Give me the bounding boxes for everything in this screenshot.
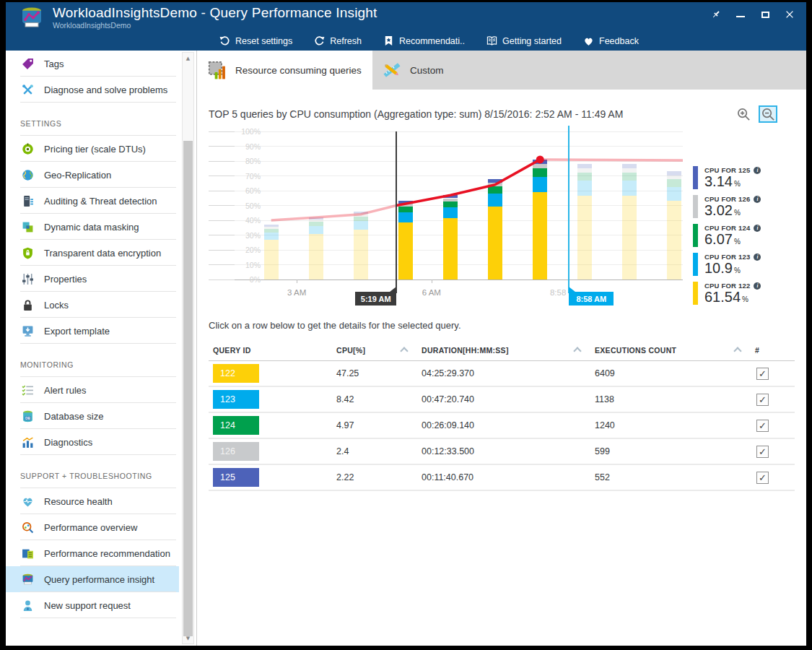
row-checkbox[interactable]: ✓ [756, 368, 769, 380]
sort-caret-icon[interactable] [400, 347, 408, 355]
duration-cell: 00:11:40.670 [417, 472, 590, 482]
column-header-label: # [755, 346, 759, 355]
sidebar-item-label: Dynamic data masking [44, 222, 139, 233]
table-hint: Click on a row below to get the details … [209, 320, 795, 331]
zoom-in-button[interactable] [734, 105, 753, 123]
sidebar-item-export-template[interactable]: Export template [6, 318, 179, 344]
sidebar-item-diagnose-and-solve-problems[interactable]: Diagnose and solve problems [6, 77, 179, 103]
bar-segment-query-123 [622, 181, 637, 196]
sidebar-item-tags[interactable]: Tags [6, 51, 179, 77]
bar-segment-query-124 [354, 217, 368, 222]
sidebar-item-pricing-tier-scale-dtus[interactable]: Pricing tier (scale DTUs) [6, 136, 179, 162]
bar-segment-query-123 [533, 177, 547, 192]
stacked-bar-5[interactable] [443, 131, 458, 280]
info-icon[interactable]: i [754, 254, 761, 261]
scroll-down-arrow-icon[interactable]: ▼ [183, 633, 193, 644]
selection-end-marker[interactable] [568, 126, 569, 293]
checkbox-cell: ✓ [751, 394, 795, 406]
sidebar-item-locks[interactable]: Locks [6, 292, 179, 318]
legend-color-bar [693, 166, 698, 189]
toolbar-item-feedback[interactable]: Feedback [583, 35, 639, 46]
column-header-duration-hh-mm-ss[interactable]: DURATION[HH:MM:SS] [417, 346, 590, 355]
sidebar-item-auditing-threat-detection[interactable]: Auditing & Threat detection [6, 188, 179, 214]
selection-start-marker[interactable] [396, 131, 397, 293]
sidebar-item-label: Performance overview [44, 522, 137, 533]
column-header-executions-count[interactable]: EXECUTIONS COUNT [590, 346, 751, 355]
query-row-124[interactable]: 1244.9700:26:09.1401240✓ [209, 413, 795, 439]
sidebar-item-database-size[interactable]: DBDatabase size [6, 403, 179, 429]
stacked-bar-9[interactable] [622, 131, 637, 280]
pin-icon[interactable] [710, 8, 722, 21]
row-checkbox[interactable]: ✓ [756, 420, 769, 432]
info-icon[interactable]: i [754, 282, 761, 290]
bar-segment-query-124 [533, 168, 547, 177]
toolbar-item-getting-started[interactable]: Getting started [486, 35, 562, 46]
sidebar-item-performance-recommendation[interactable]: Performance recommendation [6, 540, 179, 566]
sort-caret-icon[interactable] [733, 347, 741, 355]
legend-entry-cpu-for-123: CPU FOR 123i10.9% [693, 253, 795, 278]
stacked-bar-8[interactable] [577, 131, 592, 280]
query-performance-insight-app-icon [20, 6, 43, 30]
stacked-bar-3[interactable] [354, 131, 368, 280]
y-axis-label: 0% [230, 275, 261, 284]
sidebar-item-label: Query performance insight [44, 574, 154, 585]
info-icon[interactable]: i [754, 167, 761, 174]
checkbox-cell: ✓ [751, 446, 795, 458]
sidebar-item-new-support-request[interactable]: New support request [6, 592, 179, 618]
info-icon[interactable]: i [754, 225, 761, 232]
scrollbar-thumb[interactable] [183, 141, 193, 636]
sidebar-item-geo-replication[interactable]: Geo-Replication [6, 162, 179, 188]
sidebar-item-label: Alert rules [44, 385, 87, 396]
maximize-button[interactable] [759, 8, 772, 21]
toolbar-item-recommendati[interactable]: Recommendati.. [383, 35, 465, 46]
sidebar-scrollbar[interactable]: ▲ ▼ [182, 52, 194, 644]
sidebar-item-transparent-data-encryption[interactable]: Transparent data encryption [6, 240, 179, 266]
sidebar-item-dynamic-data-masking[interactable]: Dynamic data masking [6, 214, 179, 240]
sidebar-item-diagnostics[interactable]: Diagnostics [6, 429, 179, 455]
sidebar-item-resource-health[interactable]: Resource health [6, 488, 179, 514]
stacked-bar-7[interactable] [533, 131, 547, 280]
sort-caret-icon[interactable] [573, 347, 581, 355]
performance-recommendation-icon [22, 547, 34, 560]
sidebar-item-properties[interactable]: Properties [6, 266, 179, 292]
stacked-bar-1[interactable] [264, 131, 279, 280]
diagnostics-icon [22, 436, 34, 448]
scroll-up-arrow-icon[interactable]: ▲ [183, 53, 193, 64]
query-row-123[interactable]: 1238.4200:47:20.7401138✓ [209, 387, 795, 413]
query-row-126[interactable]: 1262.400:12:33.500599✓ [209, 439, 795, 465]
bar-segment-query-125 [443, 195, 458, 198]
query-row-122[interactable]: 12247.2504:25:29.3706409✓ [209, 361, 795, 387]
column-header-cpu[interactable]: CPU[%] [332, 346, 417, 355]
bar-segment-query-126 [398, 204, 413, 207]
row-checkbox[interactable]: ✓ [756, 446, 769, 458]
close-button[interactable] [783, 8, 796, 21]
y-axis-label: 40% [230, 216, 261, 225]
tab-resource-consuming-queries[interactable]: Resource consuming queries [197, 51, 372, 90]
info-icon[interactable]: i [754, 196, 761, 203]
query-id-cell: 126 [209, 442, 332, 461]
sidebar-item-performance-overview[interactable]: Performance overview [6, 514, 179, 540]
toolbar-item-reset-settings[interactable]: Reset settings [219, 35, 292, 46]
sidebar-item-label: Transparent data encryption [44, 248, 161, 259]
feedback-icon [583, 35, 594, 46]
bar-segment-query-125 [622, 164, 637, 168]
column-header-label: EXECUTIONS COUNT [595, 346, 676, 355]
row-checkbox[interactable]: ✓ [756, 394, 769, 406]
sidebar-item-query-performance-insight[interactable]: Query performance insight [6, 566, 179, 592]
tab-custom[interactable]: Custom [372, 51, 466, 90]
table-header-row: QUERY IDCPU[%]DURATION[HH:MM:SS]EXECUTIO… [209, 339, 795, 361]
query-id-cell: 122 [209, 364, 332, 383]
minimize-button[interactable] [734, 8, 747, 21]
sidebar-item-alert-rules[interactable]: Alert rules [6, 377, 179, 403]
stacked-bar-6[interactable] [488, 131, 502, 280]
query-row-125[interactable]: 1252.2200:11:40.670552✓ [209, 465, 795, 491]
stacked-bar-2[interactable] [309, 131, 323, 280]
stacked-bar-4[interactable] [398, 131, 413, 280]
data-masking-icon [22, 221, 34, 233]
legend-text: CPU FOR 125i3.14% [704, 166, 761, 191]
row-checkbox[interactable]: ✓ [756, 472, 769, 484]
zoom-out-button[interactable] [759, 105, 777, 123]
toolbar-item-refresh[interactable]: Refresh [314, 35, 362, 46]
checkbox-cell: ✓ [751, 472, 795, 484]
stacked-bar-10[interactable] [667, 131, 681, 280]
